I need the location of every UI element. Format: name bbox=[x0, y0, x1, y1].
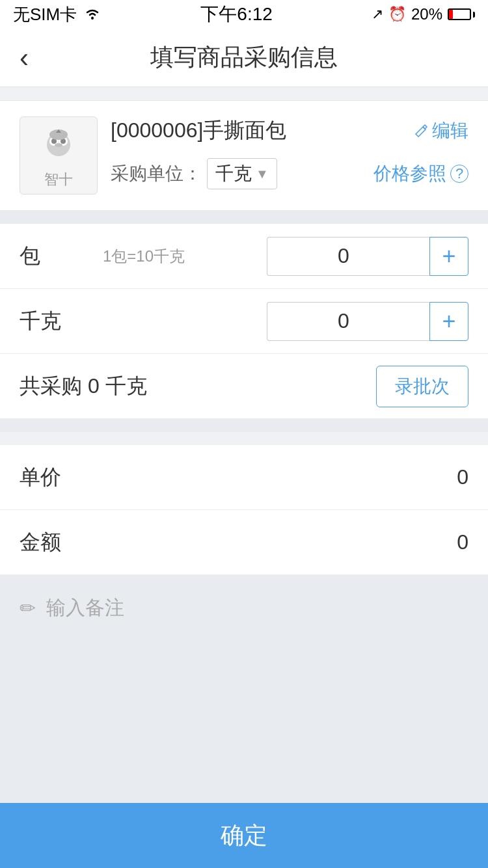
amount-value: 0 bbox=[457, 530, 468, 554]
bag-sublabel: 1包=10千克 bbox=[103, 246, 185, 267]
bag-input-right: + bbox=[267, 237, 468, 276]
location-icon: ↗ bbox=[372, 6, 383, 23]
note-placeholder: 输入备注 bbox=[46, 595, 124, 621]
product-brand-text: 智十 bbox=[44, 170, 73, 189]
kg-input-right: + bbox=[267, 302, 468, 341]
amount-label: 金额 bbox=[20, 528, 61, 557]
back-button[interactable]: ‹ bbox=[20, 42, 29, 74]
unit-price-value: 0 bbox=[457, 465, 468, 489]
unit-value: 千克 bbox=[215, 161, 252, 186]
unit-price-row: 单价 0 bbox=[0, 445, 488, 510]
bag-quantity-input[interactable] bbox=[267, 237, 429, 276]
kg-plus-button[interactable]: + bbox=[429, 302, 468, 341]
edit-button[interactable]: 编辑 bbox=[414, 118, 468, 143]
status-time: 下午6:12 bbox=[200, 2, 273, 27]
page-title: 填写商品采购信息 bbox=[150, 42, 338, 74]
battery-indicator bbox=[448, 8, 475, 20]
product-unit-row: 采购单位： 千克 ▼ 价格参照 ? bbox=[111, 158, 468, 189]
kg-quantity-input[interactable] bbox=[267, 302, 429, 341]
price-reference-button[interactable]: 价格参照 ? bbox=[373, 161, 468, 186]
battery-percent: 20% bbox=[411, 5, 442, 23]
record-batch-button[interactable]: 录批次 bbox=[376, 366, 468, 407]
price-section: 单价 0 金额 0 bbox=[0, 445, 488, 575]
input-section: 包 1包=10千克 + 千克 + 共采购 0 千克 录批次 bbox=[0, 224, 488, 419]
product-image: 智十 bbox=[20, 116, 98, 195]
kg-label: 千克 bbox=[20, 307, 98, 336]
pencil-icon: ✏ bbox=[20, 597, 36, 619]
bag-input-row: 包 1包=10千克 + bbox=[0, 224, 488, 289]
price-ref-label: 价格参照 bbox=[373, 161, 446, 186]
unit-label: 采购单位： bbox=[111, 161, 202, 186]
product-name: [0000006]手撕面包 bbox=[111, 116, 286, 145]
status-left: 无SIM卡 bbox=[13, 3, 102, 26]
divider-1 bbox=[0, 211, 488, 224]
product-card: 智十 [0000006]手撕面包 编辑 采购单位： 千克 ▼ 价格参照 bbox=[0, 100, 488, 211]
divider-2 bbox=[0, 419, 488, 432]
svg-point-0 bbox=[91, 17, 94, 20]
wifi-icon bbox=[83, 5, 102, 25]
bag-label: 包 bbox=[20, 242, 98, 271]
status-right: ↗ ⏰ 20% bbox=[372, 5, 475, 23]
status-bar: 无SIM卡 下午6:12 ↗ ⏰ 20% bbox=[0, 0, 488, 29]
bag-plus-button[interactable]: + bbox=[429, 237, 468, 276]
product-info: [0000006]手撕面包 编辑 采购单位： 千克 ▼ 价格参照 ? bbox=[111, 116, 468, 189]
kg-input-row: 千克 + bbox=[0, 289, 488, 354]
unit-select-dropdown[interactable]: 千克 ▼ bbox=[207, 158, 277, 189]
svg-point-8 bbox=[55, 143, 62, 147]
alarm-icon: ⏰ bbox=[388, 6, 406, 23]
confirm-button[interactable]: 确定 bbox=[0, 803, 488, 868]
dropdown-arrow-icon: ▼ bbox=[256, 167, 269, 182]
amount-row: 金额 0 bbox=[0, 510, 488, 575]
price-ref-help-icon: ? bbox=[450, 165, 468, 183]
product-name-row: [0000006]手撕面包 编辑 bbox=[111, 116, 468, 145]
carrier-text: 无SIM卡 bbox=[13, 3, 77, 26]
product-owl-icon bbox=[39, 122, 78, 167]
unit-price-label: 单价 bbox=[20, 463, 61, 492]
note-section[interactable]: ✏ 输入备注 bbox=[0, 575, 488, 641]
summary-row: 共采购 0 千克 录批次 bbox=[0, 354, 488, 419]
total-quantity-text: 共采购 0 千克 bbox=[20, 372, 147, 401]
nav-bar: ‹ 填写商品采购信息 bbox=[0, 29, 488, 87]
